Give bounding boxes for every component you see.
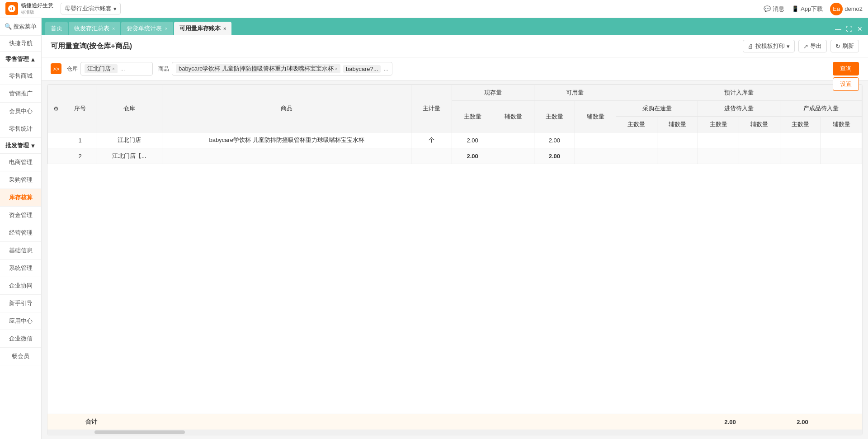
sidebar-item-retail-stats[interactable]: 零售统计 [0, 120, 41, 138]
tab-receipt-summary-close[interactable]: × [112, 26, 115, 31]
row2-product-main [780, 148, 821, 164]
row1-product: babycare学饮杯 儿童防摔防撞吸管杯重力球吸嘴杯宝宝水杯 [162, 132, 411, 148]
app-download-btn[interactable]: 📱 App下载 [792, 5, 823, 13]
sidebar-item-inventory-check[interactable]: 库存核算 [0, 189, 41, 207]
tab-order-stats-close[interactable]: × [165, 26, 167, 31]
industry-selector[interactable]: 母婴行业演示账套 ▾ [61, 3, 121, 14]
row1-stock-aux [493, 132, 534, 148]
th-planned-in: 预计入库量 [616, 85, 862, 101]
print-chevron-icon: ▾ [787, 43, 790, 50]
tab-available-inventory[interactable]: 可用量库存账本 × [174, 22, 231, 35]
marketing-label: 营销推广 [9, 90, 33, 98]
enterprise-collab-label: 企业协同 [9, 282, 33, 290]
th-stock-main: 主数量 [452, 101, 493, 132]
logo-icon [5, 2, 18, 15]
tab-available-inventory-close[interactable]: × [223, 26, 226, 31]
search-icon: 🔍 [5, 23, 12, 30]
th-settings[interactable]: ⚙ [48, 85, 64, 132]
tab-home[interactable]: 首页 [45, 22, 68, 35]
product-tag2-value: babycare?... [346, 66, 378, 72]
message-btn[interactable]: 💬 消息 [764, 5, 784, 13]
tab-home-label: 首页 [51, 24, 62, 33]
sidebar-item-marketing[interactable]: 营销推广 [0, 85, 41, 103]
warehouse-input[interactable]: 江北门店 × … [80, 62, 153, 76]
th-unit: 主计量 [411, 85, 452, 132]
product-input[interactable]: babycare学饮杯 儿童防摔防撞吸管杯重力球吸嘴杯宝宝水杯 × babyca… [172, 62, 392, 76]
sidebar-item-enterprise-wechat[interactable]: 企业微信 [0, 330, 41, 348]
warehouse-more[interactable]: … [120, 66, 125, 71]
query-btn[interactable]: 查询 [833, 62, 859, 76]
th-product-pending: 产成品待入量 [780, 101, 862, 117]
page-header: 可用量查询(按仓库+商品) 🖨 按模板打印 ▾ ↗ 导出 ↻ 刷新 [42, 35, 868, 57]
sidebar-item-enterprise-collab[interactable]: 企业协同 [0, 277, 41, 295]
refresh-label: 刷新 [842, 42, 854, 50]
message-label: 消息 [773, 5, 784, 13]
footer-available-main: 2.00 [784, 419, 821, 425]
sidebar-item-app-center[interactable]: 应用中心 [0, 312, 41, 330]
page-content: 可用量查询(按仓库+商品) 🖨 按模板打印 ▾ ↗ 导出 ↻ 刷新 [42, 35, 868, 439]
sidebar-item-retail-mall[interactable]: 零售商城 [0, 67, 41, 85]
enterprise-wechat-label: 企业微信 [9, 335, 33, 343]
tab-maximize-btn[interactable]: ⛶ [844, 24, 854, 33]
filter-toggle-btn[interactable]: >> [51, 63, 61, 74]
sidebar-item-member[interactable]: 畅会员 [0, 348, 41, 365]
app-center-label: 应用中心 [9, 317, 33, 325]
tab-receipt-summary[interactable]: 收发存汇总表 × [69, 22, 120, 35]
sidebar-item-ecommerce-mgmt[interactable]: 电商管理 [0, 154, 41, 171]
scroll-thumb[interactable] [94, 430, 185, 434]
sidebar-item-operations-mgmt[interactable]: 经营管理 [0, 224, 41, 242]
expand-icon: >> [52, 66, 59, 72]
product-tag1-close[interactable]: × [335, 66, 338, 71]
tab-bar-actions: — ⛶ ✕ [834, 24, 864, 35]
warehouse-tag-close[interactable]: × [112, 66, 115, 71]
setting-btn[interactable]: 设置 [833, 77, 859, 91]
tab-order-stats-label: 要货单统计表 [127, 24, 162, 33]
sidebar-item-member-center[interactable]: 会员中心 [0, 103, 41, 120]
export-icon: ↗ [803, 43, 808, 50]
footer-stock-main: 2.00 [712, 419, 748, 425]
sidebar-item-basic-info[interactable]: 基础信息 [0, 242, 41, 260]
sidebar-item-purchase-mgmt[interactable]: 采购管理 [0, 171, 41, 189]
th-available-aux: 辅数量 [575, 101, 616, 132]
tab-minimize-btn[interactable]: — [834, 24, 843, 33]
row2-warehouse: 江北门店【... [96, 148, 162, 164]
table-row: 2 江北门店【... 2.00 2.00 [48, 148, 862, 164]
search-label: 搜索菜单 [13, 23, 37, 30]
export-btn[interactable]: ↗ 导出 [798, 40, 827, 52]
warehouse-tag-value: 江北门店 [87, 65, 111, 73]
row2-available-main: 2.00 [534, 148, 575, 164]
tab-order-stats[interactable]: 要货单统计表 × [121, 22, 173, 35]
data-table: ⚙ 序号 仓库 商品 主计量 现存量 可用量 预计入库量 主数量 [47, 85, 862, 164]
sidebar-quick-nav[interactable]: 快捷导航 [0, 36, 41, 52]
warehouse-label: 仓库 [67, 65, 78, 73]
product-tag1: babycare学饮杯 儿童防摔防撞吸管杯重力球吸嘴杯宝宝水杯 × [176, 64, 340, 73]
sidebar-search[interactable]: 🔍 搜索菜单 [0, 18, 41, 36]
row1-product-aux [821, 132, 862, 148]
sidebar: 🔍 搜索菜单 快捷导航 零售管理 ▲ 零售商城 营销推广 会员中心 零售统计 批… [0, 18, 42, 439]
sidebar-item-new-guide[interactable]: 新手引导 [0, 295, 41, 312]
sidebar-item-finance-mgmt[interactable]: 资金管理 [0, 207, 41, 224]
product-more[interactable]: … [383, 66, 388, 71]
page-actions: 🖨 按模板打印 ▾ ↗ 导出 ↻ 刷新 [743, 40, 859, 52]
print-btn[interactable]: 🖨 按模板打印 ▾ [743, 40, 795, 52]
th-warehouse: 仓库 [96, 85, 162, 132]
product-filter: 商品 babycare学饮杯 儿童防摔防撞吸管杯重力球吸嘴杯宝宝水杯 × bab… [158, 62, 392, 76]
sidebar-item-system-mgmt[interactable]: 系统管理 [0, 260, 41, 277]
row1-stock-main: 2.00 [452, 132, 493, 148]
th-purchase-in: 采购在途量 [616, 101, 698, 117]
retail-mall-label: 零售商城 [9, 72, 33, 80]
user-menu[interactable]: Ea demo2 [830, 3, 863, 15]
sidebar-item-wholesale-mgmt[interactable]: 批发管理 ▼ [0, 138, 41, 154]
member-label: 畅会员 [12, 352, 29, 360]
th-product-pending-aux: 辅数量 [821, 117, 862, 132]
refresh-btn[interactable]: ↻ 刷新 [830, 40, 859, 52]
content-area: 首页 收发存汇总表 × 要货单统计表 × 可用量库存账本 × — ⛶ ✕ [42, 18, 868, 439]
th-num: 序号 [64, 85, 96, 132]
top-bar-left: 畅捷通好生意 标准版 母婴行业演示账套 ▾ [5, 2, 121, 15]
th-product: 商品 [162, 85, 411, 132]
filter-area: >> 仓库 江北门店 × … 商品 [42, 57, 868, 80]
tab-close-btn[interactable]: ✕ [855, 24, 864, 33]
finance-mgmt-label: 资金管理 [9, 211, 33, 219]
sidebar-item-retail-mgmt[interactable]: 零售管理 ▲ [0, 52, 41, 67]
basic-info-label: 基础信息 [9, 246, 33, 255]
